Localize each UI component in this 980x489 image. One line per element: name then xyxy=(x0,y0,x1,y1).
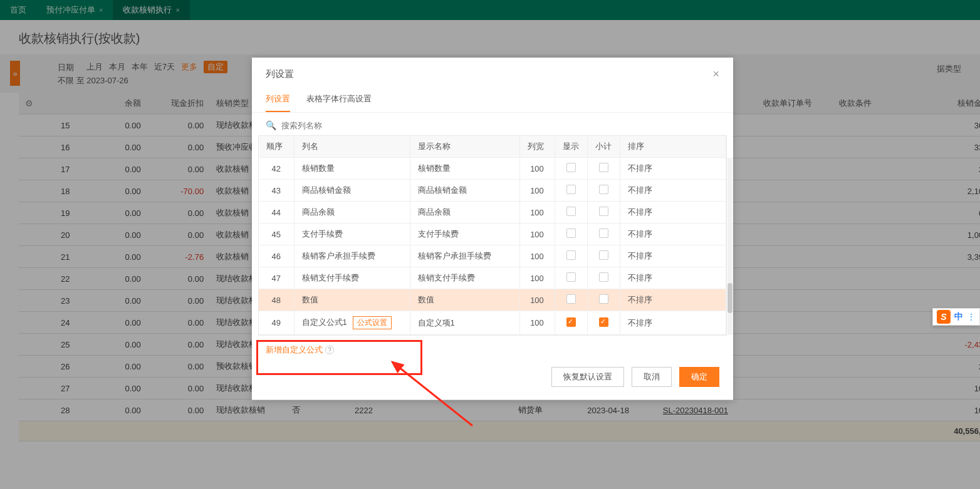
subtotal-checkbox[interactable] xyxy=(599,163,608,172)
modal-tabs: 列设置 表格字体行高设置 xyxy=(252,87,733,113)
modal-grid-row[interactable]: 42核销数量核销数量100不排序 xyxy=(259,158,726,180)
ime-indicator[interactable]: S 中 ⋮ xyxy=(932,308,980,326)
modal-grid-row[interactable]: 48数值数值100不排序 xyxy=(259,289,726,311)
show-checkbox[interactable] xyxy=(566,163,576,172)
reset-defaults-button[interactable]: 恢复默认设置 xyxy=(551,367,624,387)
modal-scrollbar[interactable] xyxy=(727,158,732,335)
show-checkbox[interactable] xyxy=(566,250,576,260)
subtotal-checkbox[interactable] xyxy=(599,317,608,327)
formula-settings-button[interactable]: 公式设置 xyxy=(353,316,392,329)
subtotal-checkbox[interactable] xyxy=(599,250,608,260)
modal-grid-row[interactable]: 49自定义公式1 公式设置自定义项1100不排序 xyxy=(259,311,726,335)
subtotal-checkbox[interactable] xyxy=(599,294,608,304)
help-icon[interactable]: ? xyxy=(325,346,334,354)
modal-grid-row[interactable]: 47核销支付手续费核销支付手续费100不排序 xyxy=(259,267,726,289)
modal-grid-row[interactable]: 43商品核销金额商品核销金额100不排序 xyxy=(259,180,726,202)
search-input[interactable] xyxy=(281,121,719,130)
subtotal-checkbox[interactable] xyxy=(599,185,608,194)
modal-grid: 顺序 列名 显示名称 列宽 显示 小计 排序 42核销数量核销数量100不排序4… xyxy=(258,135,727,336)
show-checkbox[interactable] xyxy=(566,229,576,238)
close-icon[interactable]: × xyxy=(712,68,719,81)
search-icon: 🔍 xyxy=(266,120,276,130)
show-checkbox[interactable] xyxy=(566,207,576,216)
add-custom-formula-link[interactable]: 新增自定义公式 ? xyxy=(252,336,348,358)
modal-scroll-thumb[interactable] xyxy=(727,283,732,313)
modal-grid-row[interactable]: 44商品余额商品余额100不排序 xyxy=(259,202,726,224)
modal-grid-header: 顺序 列名 显示名称 列宽 显示 小计 排序 xyxy=(259,136,726,158)
subtotal-checkbox[interactable] xyxy=(599,207,608,216)
subtotal-checkbox[interactable] xyxy=(599,272,608,282)
ime-lang: 中 xyxy=(954,311,963,322)
show-checkbox[interactable] xyxy=(566,294,576,304)
show-checkbox[interactable] xyxy=(566,317,576,327)
subtotal-checkbox[interactable] xyxy=(599,229,608,238)
show-checkbox[interactable] xyxy=(566,185,576,194)
modal-grid-row[interactable]: 46核销客户承担手续费核销客户承担手续费100不排序 xyxy=(259,245,726,267)
show-checkbox[interactable] xyxy=(566,272,576,282)
modal-title: 列设置 xyxy=(266,68,294,80)
column-settings-modal: 列设置 × 列设置 表格字体行高设置 🔍 顺序 列名 显示名称 列宽 xyxy=(252,58,733,400)
modal-tab-columns[interactable]: 列设置 xyxy=(266,93,290,112)
sogou-icon: S xyxy=(937,310,951,324)
modal-tab-rowheight[interactable]: 表格字体行高设置 xyxy=(306,93,372,112)
modal-grid-row[interactable]: 45支付手续费支付手续费100不排序 xyxy=(259,224,726,245)
ime-more-icon[interactable]: ⋮ xyxy=(967,312,976,322)
cancel-button[interactable]: 取消 xyxy=(632,367,672,387)
ok-button[interactable]: 确定 xyxy=(679,367,719,387)
